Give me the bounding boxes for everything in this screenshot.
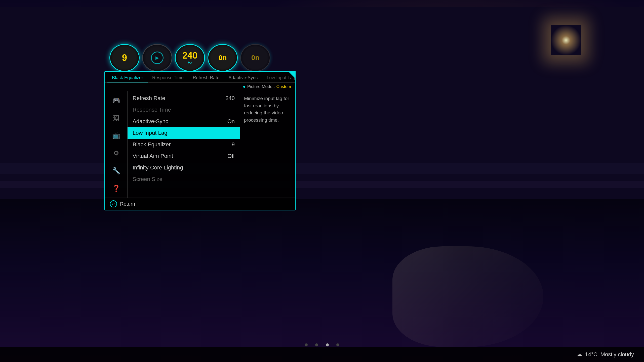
dial-adaptive-sync-value: 0n (219, 54, 227, 61)
hand-overlay (392, 246, 543, 347)
osd-return-bar[interactable]: ↩ Return (105, 198, 295, 210)
osd-info-panel: Minimize input lag for fast reactions by… (240, 91, 295, 198)
menu-item-screen-size-label: Screen Size (133, 176, 163, 183)
sidebar-icon-picture[interactable]: 🖼 (110, 112, 123, 124)
osd-sidebar: 🎮 🖼 📺 ⚙ 🔧 ❓ (105, 91, 128, 198)
tab-low-input-lag[interactable]: Low Input Lag (262, 74, 300, 82)
dial-response-time[interactable] (142, 44, 172, 72)
sidebar-icon-support[interactable]: ❓ (110, 182, 123, 195)
menu-item-refresh-rate-label: Refresh Rate (133, 95, 165, 102)
dial-refresh-rate[interactable]: 240 Hz (175, 44, 205, 72)
dials-row: 9 240 Hz 0n 0n (104, 44, 296, 72)
menu-item-black-equalizer-label: Black Equalizer (133, 141, 171, 148)
dial-low-input-lag-value: 0n (251, 54, 260, 61)
tab-response-time[interactable]: Response Time (148, 74, 188, 82)
sidebar-icon-tools[interactable]: 🔧 (110, 164, 123, 177)
return-label: Return (120, 201, 135, 207)
weather-icon: ☁ (577, 351, 582, 358)
picture-mode-bar: Picture Mode : Custom (105, 83, 295, 91)
menu-item-response-time-label: Response Time (133, 107, 171, 113)
dial-low-input-lag[interactable]: 0n (240, 44, 270, 72)
taskbar: ☁ 14°C Mostly cloudy (0, 347, 644, 362)
bottom-reflection (0, 199, 644, 362)
osd-info-text: Minimize input lag for fast reactions by… (244, 96, 289, 123)
dial-adaptive-sync[interactable]: 0n (208, 44, 238, 72)
weather-widget: ☁ 14°C Mostly cloudy (577, 351, 634, 358)
weather-temp: 14°C (585, 351, 597, 358)
menu-item-virtual-aim-point-label: Virtual Aim Point (133, 153, 173, 159)
picture-mode-value: Custom (276, 84, 291, 89)
osd-content: Refresh Rate 240 Response Time Adaptive-… (128, 91, 240, 198)
taskbar-dot-1[interactable] (305, 343, 308, 346)
menu-item-black-equalizer-value: 9 (232, 141, 235, 148)
weather-desc: Mostly cloudy (600, 351, 634, 358)
menu-item-low-input-lag-label: Low Input Lag (133, 130, 167, 136)
menu-item-virtual-aim-point-value: Off (227, 153, 235, 159)
taskbar-dot-2[interactable] (315, 343, 318, 346)
menu-item-infinity-core-lighting[interactable]: Infinity Core Lighting (128, 162, 240, 173)
menu-item-screen-size[interactable]: Screen Size (128, 173, 240, 185)
starburst-light (551, 25, 581, 55)
menu-item-black-equalizer[interactable]: Black Equalizer 9 (128, 139, 240, 150)
menu-item-response-time[interactable]: Response Time (128, 104, 240, 116)
taskbar-dot-3[interactable] (326, 343, 329, 346)
menu-item-low-input-lag[interactable]: Low Input Lag (128, 127, 240, 139)
tab-black-equalizer[interactable]: Black Equalizer (107, 74, 148, 82)
dial-black-equalizer-value: 9 (122, 53, 127, 62)
dial-black-equalizer[interactable]: 9 (109, 44, 140, 72)
picture-mode-dot (243, 86, 245, 88)
tab-refresh-rate[interactable]: Refresh Rate (188, 74, 224, 82)
menu-item-virtual-aim-point[interactable]: Virtual Aim Point Off (128, 150, 240, 162)
dial-refresh-rate-unit: Hz (188, 61, 192, 65)
osd-menu: 9 240 Hz 0n 0n Black Equalizer Response … (104, 44, 296, 210)
sidebar-icon-display[interactable]: 📺 (110, 129, 123, 142)
taskbar-dots (305, 343, 339, 346)
menu-item-refresh-rate[interactable]: Refresh Rate 240 (128, 93, 240, 104)
osd-tabs: Black Equalizer Response Time Refresh Ra… (105, 72, 295, 83)
menu-item-adaptive-sync[interactable]: Adaptive-Sync On (128, 116, 240, 127)
tab-adaptive-sync[interactable]: Adaptive-Sync (224, 74, 262, 82)
dial-refresh-rate-value: 240 (182, 51, 197, 60)
menu-item-adaptive-sync-label: Adaptive-Sync (133, 118, 168, 125)
menu-item-adaptive-sync-value: On (227, 118, 235, 125)
osd-box: Black Equalizer Response Time Refresh Ra… (104, 71, 296, 210)
sidebar-icon-gaming[interactable]: 🎮 (110, 94, 123, 107)
taskbar-dot-4[interactable] (336, 343, 339, 346)
osd-body: 🎮 🖼 📺 ⚙ 🔧 ❓ Refresh Rate 240 Response Ti… (105, 91, 295, 198)
picture-mode-label: Picture Mode : (247, 84, 275, 89)
sidebar-icon-settings[interactable]: ⚙ (110, 147, 123, 159)
dial-response-time-arrow (151, 52, 164, 64)
return-icon: ↩ (110, 200, 117, 207)
menu-item-infinity-core-lighting-label: Infinity Core Lighting (133, 164, 183, 171)
menu-item-refresh-rate-value: 240 (225, 95, 235, 102)
